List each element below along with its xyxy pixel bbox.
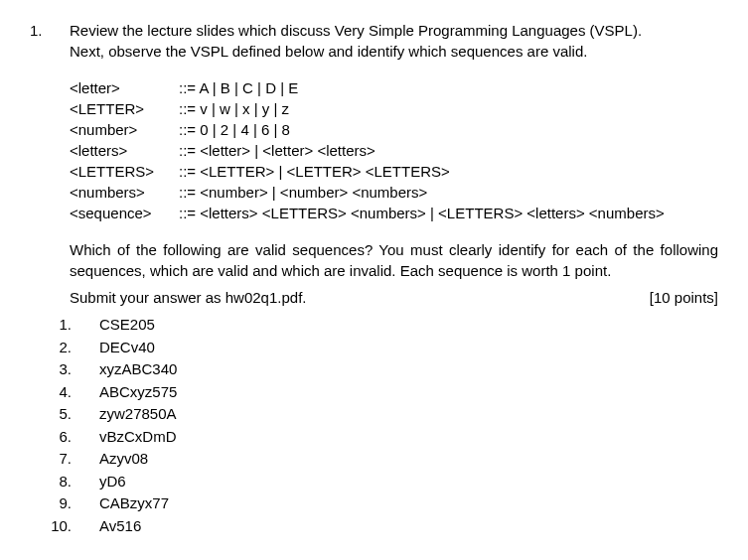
seq-value: zyw27850A	[99, 403, 177, 426]
grammar-rule: <letters> ::= <letter> | <letter> <lette…	[70, 140, 718, 161]
grammar-rhs: ::= <letters> <LETTERS> <numbers> | <LET…	[179, 203, 718, 223]
seq-number: 6.	[46, 426, 72, 449]
grammar-rule: <numbers> ::= <number> | <number> <numbe…	[70, 182, 718, 203]
seq-number: 1.	[46, 314, 72, 337]
list-item: 7. Azyv08	[46, 448, 718, 471]
seq-value: CSE205	[99, 314, 155, 337]
intro-line-1: Review the lecture slides which discuss …	[70, 20, 718, 41]
grammar-rhs: ::= 0 | 2 | 4 | 6 | 8	[179, 119, 718, 140]
intro-line-2: Next, observe the VSPL defined below and…	[70, 41, 718, 62]
grammar-lhs: <sequence>	[70, 203, 179, 223]
grammar-rhs: ::= <number> | <number> <numbers>	[179, 182, 718, 203]
points-text: [10 points]	[650, 287, 718, 308]
question-number: 1.	[30, 20, 70, 41]
grammar-rule: <number> ::= 0 | 2 | 4 | 6 | 8	[70, 119, 718, 140]
grammar-block: <letter> ::= A | B | C | D | E <LETTER> …	[70, 77, 718, 223]
grammar-lhs: <LETTERS>	[70, 161, 179, 182]
seq-value: ABCxyz575	[99, 381, 177, 404]
seq-value: Av516	[99, 515, 141, 538]
grammar-rule: <sequence> ::= <letters> <LETTERS> <numb…	[70, 203, 718, 223]
grammar-lhs: <LETTER>	[70, 98, 179, 119]
submit-text: Submit your answer as hw02q1.pdf.	[70, 287, 306, 308]
question-block: 1. Review the lecture slides which discu…	[30, 20, 718, 537]
sequence-list: 1. CSE205 2. DECv40 3. xyzABC340 4. ABCx…	[46, 314, 718, 537]
seq-number: 8.	[46, 471, 72, 493]
list-item: 3. xyzABC340	[46, 358, 718, 381]
list-item: 9. CABzyx77	[46, 492, 718, 515]
grammar-rhs: ::= <letter> | <letter> <letters>	[179, 140, 718, 161]
grammar-rhs: ::= A | B | C | D | E	[179, 77, 718, 98]
list-item: 1. CSE205	[46, 314, 718, 337]
list-item: 4. ABCxyz575	[46, 381, 718, 404]
grammar-lhs: <letter>	[70, 77, 179, 98]
grammar-lhs: <number>	[70, 119, 179, 140]
seq-number: 4.	[46, 381, 72, 404]
seq-number: 7.	[46, 448, 72, 471]
seq-number: 3.	[46, 358, 72, 381]
seq-value: yD6	[99, 471, 126, 493]
seq-value: DECv40	[99, 337, 155, 359]
seq-number: 9.	[46, 492, 72, 515]
seq-number: 5.	[46, 403, 72, 426]
grammar-rhs: ::= v | w | x | y | z	[179, 98, 718, 119]
list-item: 6. vBzCxDmD	[46, 426, 718, 449]
seq-value: Azyv08	[99, 448, 148, 471]
grammar-rule: <letter> ::= A | B | C | D | E	[70, 77, 718, 98]
grammar-lhs: <numbers>	[70, 182, 179, 203]
grammar-rule: <LETTER> ::= v | w | x | y | z	[70, 98, 718, 119]
prompt-text: Which of the following are valid sequenc…	[70, 239, 718, 281]
question-body: Review the lecture slides which discuss …	[70, 20, 718, 537]
seq-value: vBzCxDmD	[99, 426, 177, 449]
list-item: 2. DECv40	[46, 337, 718, 359]
list-item: 8. yD6	[46, 471, 718, 493]
seq-number: 10.	[46, 515, 72, 538]
intro: Review the lecture slides which discuss …	[70, 20, 718, 62]
grammar-rule: <LETTERS> ::= <LETTER> | <LETTER> <LETTE…	[70, 161, 718, 182]
grammar-rhs: ::= <LETTER> | <LETTER> <LETTERS>	[179, 161, 718, 182]
seq-value: xyzABC340	[99, 358, 177, 381]
seq-number: 2.	[46, 337, 72, 359]
list-item: 5. zyw27850A	[46, 403, 718, 426]
grammar-lhs: <letters>	[70, 140, 179, 161]
list-item: 10. Av516	[46, 515, 718, 538]
submit-row: Submit your answer as hw02q1.pdf. [10 po…	[70, 287, 718, 308]
seq-value: CABzyx77	[99, 492, 169, 515]
